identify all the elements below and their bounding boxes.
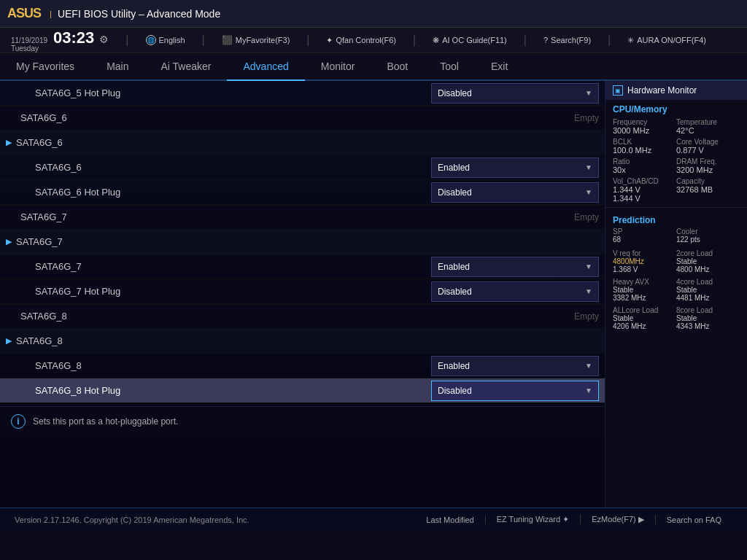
topbar-qfan[interactable]: ✦ Qfan Control(F6) (326, 36, 396, 45)
dram-label-cell: DRAM Freq. 3200 MHz (676, 156, 740, 176)
tree-arrow-sata6g7: ▶ (6, 237, 12, 246)
sata6g6-hotplug-dropdown[interactable]: Disabled ▼ (431, 182, 599, 203)
dropdown-arrow: ▼ (585, 362, 592, 370)
monitor-icon: ▣ (613, 85, 623, 96)
bclk-label-cell: BCLK 100.0 MHz (613, 136, 676, 156)
footer-version: Version 2.17.1246. Copyright (C) 2019 Am… (15, 516, 249, 524)
info-bar: i Sets this port as a hot-pluggable port… (0, 406, 605, 435)
settings-panel: SATA6G_5 Hot Plug Disabled ▼ SATA6G_6 Em… (0, 81, 605, 508)
row-sata6g8-tree[interactable]: ▶ SATA6G_8 (0, 329, 605, 354)
sata6g7-hotplug-dropdown[interactable]: Disabled ▼ (431, 281, 599, 302)
topbar-language[interactable]: 🌐 English (146, 35, 185, 45)
freq-label-cell: Frequency 3000 MHz (613, 117, 676, 136)
info-icon: i (11, 414, 26, 429)
favorite-icon: ⬛ (222, 35, 233, 45)
bios-title: UEFI BIOS Utility – Advanced Mode (58, 8, 220, 20)
tab-main[interactable]: Main (90, 53, 144, 81)
sep5: | (524, 34, 527, 47)
sata6g8-tree-label: SATA6G_8 (16, 335, 599, 346)
settings-table: SATA6G_5 Hot Plug Disabled ▼ SATA6G_6 Em… (0, 81, 605, 403)
footer-ez-tuning[interactable]: EZ Tuning Wizard ✦ (486, 515, 581, 524)
footer-last-modified[interactable]: Last Modified (415, 516, 485, 524)
tab-tool[interactable]: Tool (424, 53, 475, 81)
row-sata6g6-hotplug[interactable]: SATA6G_6 Hot Plug Disabled ▼ (0, 180, 605, 205)
settings-gear-icon[interactable]: ⚙ (99, 34, 109, 45)
qfan-icon: ✦ (326, 36, 333, 45)
sata6g6-label: SATA6G_6 (6, 162, 431, 173)
tab-my-favorites[interactable]: My Favorites (0, 53, 90, 81)
sata6g5-hotplug-dropdown[interactable]: Disabled ▼ (431, 83, 599, 104)
row-sata6g8-enabled[interactable]: SATA6G_8 Enabled ▼ (0, 354, 605, 378)
footer-search-faq[interactable]: Search on FAQ (656, 516, 732, 524)
topbar-aioc[interactable]: ❋ AI OC Guide(F11) (433, 36, 507, 45)
sata6g8-hotplug-dropdown[interactable]: Disabled ▼ (431, 381, 599, 401)
topbar: 11/19/2019 Tuesday 03:23 ⚙ | 🌐 English |… (0, 28, 747, 53)
sp-row: SP 68 Cooler 122 pts (613, 228, 740, 244)
dropdown-arrow: ▼ (585, 163, 592, 171)
tab-boot[interactable]: Boot (371, 53, 424, 81)
row-sata6g8-header: SATA6G_8 Empty (0, 304, 605, 329)
row-sata6g6-header: SATA6G_6 Empty (0, 106, 605, 131)
date: 11/19/2019 (11, 36, 47, 44)
topbar-aura[interactable]: ✳ AURA ON/OFF(F4) (627, 36, 706, 45)
footer: Version 2.17.1246. Copyright (C) 2019 Am… (0, 508, 747, 531)
sata6g6-tree-label: SATA6G_6 (16, 137, 599, 148)
row-sata6g7-enabled[interactable]: SATA6G_7 Enabled ▼ (0, 254, 605, 279)
cpu-memory-title: CPU/Memory (605, 100, 747, 117)
sata6g7-tree-label: SATA6G_7 (16, 236, 599, 247)
row-sata6g8-hotplug[interactable]: SATA6G_8 Hot Plug Disabled ▼ (0, 378, 605, 403)
sata6g7-header-label: SATA6G_7 (6, 211, 567, 222)
asus-logo: ASUS (7, 6, 41, 21)
sata6g8-dropdown[interactable]: Enabled ▼ (431, 356, 599, 376)
footer-ez-mode[interactable]: EzMode(F7) ▶ (581, 515, 656, 524)
row-sata6g5-hotplug[interactable]: SATA6G_5 Hot Plug Disabled ▼ (0, 81, 605, 106)
sata6g7-hotplug-label: SATA6G_7 Hot Plug (6, 286, 431, 297)
nav-tabs: My Favorites Main Ai Tweaker Advanced Mo… (0, 53, 747, 81)
info-text: Sets this port as a hot-pluggable port. (33, 416, 178, 427)
sata6g7-empty: Empty (574, 212, 599, 222)
tab-exit[interactable]: Exit (475, 53, 524, 81)
sep1: | (125, 34, 128, 47)
sata6g7-label: SATA6G_7 (6, 261, 431, 272)
tree-arrow-sata6g6: ▶ (6, 138, 12, 147)
row-sata6g6-enabled[interactable]: SATA6G_6 Enabled ▼ (0, 155, 605, 180)
row-sata6g7-hotplug[interactable]: SATA6G_7 Hot Plug Disabled ▼ (0, 279, 605, 304)
divider1 (605, 207, 747, 208)
row-sata6g7-tree[interactable]: ▶ SATA6G_7 (0, 230, 605, 254)
time-display: 03:23 (53, 28, 94, 47)
dropdown-arrow: ▼ (585, 287, 592, 295)
cpu-memory-grid: Frequency 3000 MHz Temperature 42°C BCLK… (605, 117, 747, 204)
sata6g8-header-label: SATA6G_8 (6, 311, 567, 322)
sep2: | (202, 34, 205, 47)
sata6g6-dropdown[interactable]: Enabled ▼ (431, 158, 599, 178)
datetime-block: 11/19/2019 Tuesday 03:23 ⚙ (11, 28, 109, 52)
prediction-section: SP 68 Cooler 122 pts V req for 4800MHz 1… (605, 228, 747, 330)
tab-ai-tweaker[interactable]: Ai Tweaker (144, 53, 227, 81)
volchab-label-cell: Vol_ChAB/CD 1.344 V 1.344 V (613, 176, 676, 204)
sata6g5-hotplug-label: SATA6G_5 Hot Plug (6, 88, 431, 98)
temp-label-cell: Temperature 42°C (676, 117, 740, 136)
sep4: | (413, 34, 416, 47)
main-layout: SATA6G_5 Hot Plug Disabled ▼ SATA6G_6 Em… (0, 81, 747, 508)
sata6g7-dropdown[interactable]: Enabled ▼ (431, 257, 599, 277)
logo-divider: | (50, 9, 52, 18)
tab-advanced[interactable]: Advanced (227, 53, 304, 81)
sep3: | (306, 34, 309, 47)
allcore-row: ALLcore Load Stable 4206 MHz 8core Load … (613, 306, 740, 330)
heavy-avx-row: Heavy AVX Stable 3382 MHz 4core Load Sta… (613, 278, 740, 302)
dropdown-arrow: ▼ (585, 262, 592, 271)
topbar-myfavorite[interactable]: ⬛ MyFavorite(F3) (222, 35, 290, 45)
dropdown-arrow: ▼ (585, 386, 592, 394)
tab-monitor[interactable]: Monitor (305, 53, 371, 81)
vreq-row: V req for 4800MHz 1.368 V 2core Load Sta… (613, 249, 740, 273)
hw-monitor-title: ▣ Hardware Monitor (605, 81, 747, 100)
row-sata6g6-tree[interactable]: ▶ SATA6G_6 (0, 131, 605, 155)
sep6: | (608, 34, 611, 47)
topbar-search[interactable]: ? Search(F9) (543, 36, 591, 44)
aioc-icon: ❋ (433, 36, 439, 45)
dropdown-arrow: ▼ (585, 188, 592, 196)
footer-links: Last Modified EZ Tuning Wizard ✦ EzMode(… (415, 515, 732, 524)
sata6g6-empty: Empty (574, 113, 599, 123)
sata6g8-hotplug-label: SATA6G_8 Hot Plug (6, 385, 431, 396)
sata6g8-empty: Empty (574, 311, 599, 322)
